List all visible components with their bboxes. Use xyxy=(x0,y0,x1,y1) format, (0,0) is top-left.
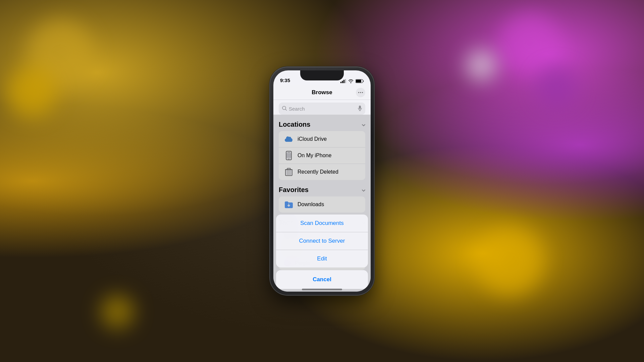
bokeh-circle xyxy=(476,228,543,295)
more-icon xyxy=(358,92,363,93)
svg-rect-3 xyxy=(345,79,346,83)
wifi-icon xyxy=(348,79,354,83)
phone: 9:35 xyxy=(270,67,374,295)
search-bar[interactable]: Search xyxy=(279,103,365,115)
svg-rect-5 xyxy=(356,80,361,82)
phone-screen: 9:35 xyxy=(273,70,371,292)
bokeh-circle xyxy=(466,50,496,80)
svg-rect-1 xyxy=(342,81,343,83)
browse-title: Browse xyxy=(312,89,332,96)
svg-rect-2 xyxy=(343,80,344,83)
cancel-button[interactable]: Cancel xyxy=(276,270,368,289)
bokeh-circle xyxy=(7,67,57,117)
cancel-group: Cancel xyxy=(276,270,368,289)
more-button[interactable] xyxy=(356,88,365,97)
edit-button[interactable]: Edit xyxy=(276,250,368,267)
battery-icon xyxy=(356,79,364,83)
home-indicator xyxy=(302,289,342,290)
action-sheet: Scan Documents Connect to Server Edit Ca… xyxy=(273,215,371,292)
status-time: 9:35 xyxy=(280,77,290,83)
svg-line-10 xyxy=(285,109,287,111)
svg-point-6 xyxy=(358,92,359,93)
search-icon xyxy=(282,106,287,112)
search-placeholder: Search xyxy=(289,106,356,112)
mic-svg xyxy=(358,106,362,111)
connect-to-server-button[interactable]: Connect to Server xyxy=(276,232,368,250)
search-magnifier xyxy=(282,106,287,111)
notch xyxy=(300,70,344,80)
nav-bar: Browse xyxy=(273,85,371,100)
svg-point-7 xyxy=(360,92,361,93)
mic-icon[interactable] xyxy=(358,106,362,112)
bokeh-circle xyxy=(537,67,577,107)
svg-rect-11 xyxy=(359,106,361,109)
bokeh-circle xyxy=(500,13,560,74)
svg-rect-0 xyxy=(340,82,341,83)
scan-documents-button[interactable]: Scan Documents xyxy=(276,215,368,232)
phone-body: 9:35 xyxy=(270,67,374,295)
content-area: Locations i xyxy=(273,115,371,292)
action-sheet-group: Scan Documents Connect to Server Edit xyxy=(276,215,368,267)
status-icons xyxy=(340,79,364,83)
svg-point-8 xyxy=(362,92,363,93)
signal-icon xyxy=(340,79,346,83)
bokeh-circle xyxy=(101,295,134,328)
